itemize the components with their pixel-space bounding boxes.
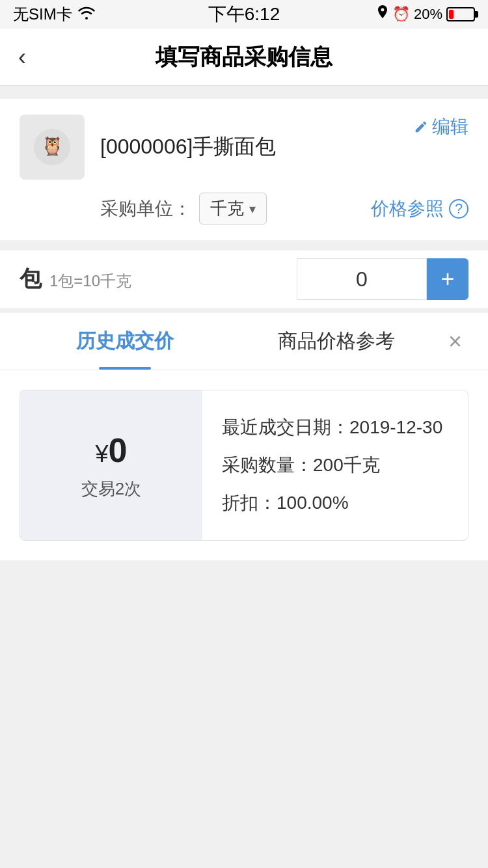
product-thumbnail: 🦉 <box>20 115 85 180</box>
tab-history-label: 历史成交价 <box>76 328 174 355</box>
tabs-header: 历史成交价 商品价格参考 × <box>0 313 488 370</box>
purchase-qty-value: 200千克 <box>313 455 380 475</box>
recent-date-value: 2019-12-30 <box>349 417 442 437</box>
back-button[interactable]: ‹ <box>18 44 26 71</box>
product-top-row: 🦉 [0000006]手撕面包 编辑 <box>20 115 468 180</box>
tab-price-reference[interactable]: 商品价格参考 <box>230 313 441 370</box>
chevron-down-icon: ▾ <box>249 201 256 217</box>
status-time: 下午6:12 <box>208 2 280 27</box>
wifi-icon <box>77 5 96 23</box>
unit-value: 千克 <box>210 197 244 220</box>
qty-plus-button[interactable]: + <box>427 258 468 300</box>
svg-text:🦉: 🦉 <box>41 135 64 157</box>
price-card: ¥0 交易2次 最近成交日期：2019-12-30 采购数量：200千克 折扣：… <box>20 390 468 541</box>
status-left: 无SIM卡 <box>13 4 96 25</box>
product-info-row: 🦉 [0000006]手撕面包 <box>20 115 276 180</box>
unit-label: 采购单位： <box>100 197 191 221</box>
price-card-right: 最近成交日期：2019-12-30 采购数量：200千克 折扣：100.00% <box>202 390 468 540</box>
purchase-qty-row: 采购数量：200千克 <box>222 452 448 479</box>
tab-reference-label: 商品价格参考 <box>278 328 395 355</box>
price-card-wrapper: ¥0 交易2次 最近成交日期：2019-12-30 采购数量：200千克 折扣：… <box>0 370 488 560</box>
status-right: ⏰ 20% <box>377 5 475 23</box>
battery-icon <box>446 7 475 21</box>
tab-active-underline <box>99 367 151 370</box>
unit-select[interactable]: 千克 ▾ <box>199 193 267 224</box>
tab-history-price[interactable]: 历史成交价 <box>20 313 230 370</box>
qty-input-group: + <box>297 258 468 300</box>
location-icon <box>377 5 388 23</box>
purchase-qty-label: 采购数量： <box>222 455 313 475</box>
recent-date-label: 最近成交日期： <box>222 417 349 437</box>
product-name: [0000006]手撕面包 <box>100 133 276 161</box>
discount-row: 折扣：100.00% <box>222 489 448 517</box>
edit-button[interactable]: 编辑 <box>414 115 468 139</box>
qty-label-group: 包 1包=10千克 <box>20 264 131 294</box>
product-card: 🦉 [0000006]手撕面包 编辑 采购单位： 千克 ▾ 价格参照 ? <box>0 99 488 240</box>
qty-unit-label: 包 <box>20 264 42 294</box>
tabs-container: 历史成交价 商品价格参考 × ¥0 交易2次 最近成交日期：2019-12-30… <box>0 308 488 560</box>
page-title: 填写商品采购信息 <box>156 42 332 72</box>
quantity-section: 包 1包=10千克 + <box>0 251 488 308</box>
battery-fill <box>449 10 454 19</box>
carrier-text: 无SIM卡 <box>13 4 72 25</box>
status-bar: 无SIM卡 下午6:12 ⏰ 20% <box>0 0 488 29</box>
price-ref-label: 价格参照 <box>371 197 444 221</box>
tab-close-button[interactable]: × <box>442 321 468 362</box>
discount-label: 折扣： <box>222 493 277 513</box>
battery-percent: 20% <box>414 6 442 23</box>
alarm-icon: ⏰ <box>392 6 410 23</box>
discount-value: 100.00% <box>277 493 349 513</box>
qty-input[interactable] <box>297 258 427 300</box>
nav-bar: ‹ 填写商品采购信息 <box>0 29 488 86</box>
owl-logo-icon: 🦉 <box>33 128 72 167</box>
price-value: 0 <box>109 431 128 469</box>
recent-date-row: 最近成交日期：2019-12-30 <box>222 414 448 441</box>
qty-conversion-label: 1包=10千克 <box>49 271 131 292</box>
edit-label: 编辑 <box>432 115 468 139</box>
price-card-left: ¥0 交易2次 <box>20 390 202 540</box>
trade-count: 交易2次 <box>81 478 141 500</box>
price-amount: ¥0 <box>96 431 128 470</box>
currency-symbol: ¥ <box>96 441 109 467</box>
purchase-unit-row: 采购单位： 千克 ▾ 价格参照 ? <box>20 193 468 224</box>
help-circle-icon: ? <box>449 199 468 219</box>
edit-icon <box>414 120 428 134</box>
price-reference-button[interactable]: 价格参照 ? <box>371 197 468 221</box>
